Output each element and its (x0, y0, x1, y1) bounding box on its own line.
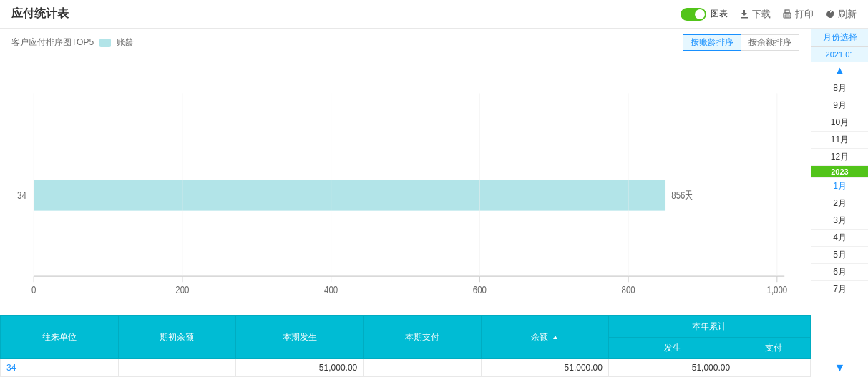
sidebar-year-marker: 2023 (811, 166, 868, 178)
svg-text:856天: 856天 (671, 190, 693, 202)
th-ytd-occurrence: 发生 (608, 338, 736, 359)
sidebar-item-5[interactable]: 5月 (811, 247, 868, 264)
cell-ytd-occurrence: 51,000.00 (608, 359, 736, 377)
sidebar: 月份选择 2021.01 ▲ 8月 9月 10月 11月 12月 2023 1月… (811, 29, 868, 377)
th-current-payment: 本期支付 (364, 316, 482, 359)
chart-area: 34 856天 0 200 400 600 (0, 57, 811, 315)
th-ytd-payment: 支付 (736, 338, 811, 359)
chart-toggle-wrap: 图表 (681, 8, 728, 21)
svg-marker-25 (553, 336, 557, 339)
header-actions: 图表 下载 打印 刷新 (681, 8, 857, 21)
sidebar-item-8[interactable]: 8月 (811, 80, 868, 97)
svg-text:34: 34 (17, 190, 26, 202)
cell-balance: 51,000.00 (481, 359, 608, 377)
svg-rect-3 (785, 15, 789, 17)
svg-text:400: 400 (324, 284, 338, 296)
svg-text:1,000: 1,000 (767, 284, 788, 296)
chart-legend: 客户应付排序图TOP5 账龄 (11, 36, 134, 49)
sidebar-item-9[interactable]: 9月 (811, 97, 868, 114)
print-button[interactable]: 打印 (782, 8, 814, 21)
sidebar-up-arrow[interactable]: ▲ (811, 62, 868, 80)
th-unit: 往来单位 (1, 316, 119, 359)
th-balance: 余额 (481, 316, 608, 359)
sidebar-item-12[interactable]: 12月 (811, 149, 868, 166)
cell-unit: 34 (1, 359, 119, 377)
sidebar-item-3[interactable]: 3月 (811, 212, 868, 230)
legend-box (99, 39, 111, 47)
sort-by-balance-button[interactable]: 按账龄排序 (683, 34, 741, 51)
th-ytd: 本年累计 (608, 316, 810, 338)
sidebar-item-6[interactable]: 6月 (811, 264, 868, 281)
legend-box-label: 账龄 (117, 36, 134, 49)
cell-ytd-payment (736, 359, 811, 377)
sidebar-header: 月份选择 (811, 29, 868, 47)
sidebar-down-arrow[interactable]: ▼ (811, 358, 868, 377)
svg-rect-0 (741, 17, 748, 19)
svg-text:0: 0 (31, 284, 36, 296)
data-table: 往来单位 期初余额 本期发生 本期支付 余额 本年累计 发生 (0, 315, 811, 377)
cell-current-occurrence: 51,000.00 (236, 359, 364, 377)
sidebar-item-10[interactable]: 10月 (811, 114, 868, 132)
print-icon (782, 9, 792, 19)
svg-text:600: 600 (473, 284, 487, 296)
sidebar-item-1[interactable]: 1月 (811, 178, 868, 195)
svg-text:800: 800 (622, 284, 635, 296)
sidebar-item-11[interactable]: 11月 (811, 132, 868, 149)
bar-chart: 34 856天 0 200 400 600 (11, 64, 799, 315)
svg-text:200: 200 (175, 284, 189, 296)
sidebar-item-4[interactable]: 4月 (811, 230, 868, 247)
toggle-thumb (695, 9, 705, 19)
svg-rect-2 (785, 10, 789, 13)
chart-section: 客户应付排序图TOP5 账龄 按账龄排序 按余额排序 34 856天 (0, 29, 811, 377)
unit-link[interactable]: 34 (6, 363, 16, 373)
legend-title: 客户应付排序图TOP5 (11, 36, 94, 49)
refresh-button[interactable]: 刷新 (825, 8, 857, 21)
refresh-label: 刷新 (838, 8, 857, 21)
th-opening-balance: 期初余额 (118, 316, 236, 359)
sort-by-amount-button[interactable]: 按余额排序 (741, 34, 799, 51)
sidebar-item-2[interactable]: 2月 (811, 195, 868, 212)
chart-sort-buttons: 按账龄排序 按余额排序 (683, 34, 799, 51)
cell-opening-balance (118, 359, 236, 377)
chart-toggle[interactable] (681, 8, 706, 21)
download-button[interactable]: 下载 (739, 8, 771, 21)
sidebar-item-7[interactable]: 7月 (811, 281, 868, 298)
download-label: 下载 (752, 8, 771, 21)
print-label: 打印 (795, 8, 814, 21)
cell-current-payment (364, 359, 482, 377)
chart-header: 客户应付排序图TOP5 账龄 按账龄排序 按余额排序 (0, 29, 811, 57)
sidebar-current-period: 2021.01 (811, 47, 868, 62)
sidebar-month-list: 8月 9月 10月 11月 12月 2023 1月 2月 3月 4月 5月 6月… (811, 80, 868, 358)
sort-icon (552, 334, 559, 341)
header: 应付统计表 图表 下载 打印 刷新 (0, 0, 868, 29)
download-icon (739, 9, 749, 19)
table-row: 34 51,000.00 51,000.00 51,000.00 (1, 359, 811, 377)
refresh-icon (825, 9, 835, 19)
page-title: 应付统计表 (11, 6, 69, 21)
chart-bar (34, 180, 665, 211)
th-current-occurrence: 本期发生 (236, 316, 364, 359)
app-container: 应付统计表 图表 下载 打印 刷新 (0, 0, 868, 377)
table-section: 往来单位 期初余额 本期发生 本期支付 余额 本年累计 发生 (0, 315, 811, 377)
chart-label: 图表 (711, 8, 728, 20)
main-area: 客户应付排序图TOP5 账龄 按账龄排序 按余额排序 34 856天 (0, 29, 868, 377)
